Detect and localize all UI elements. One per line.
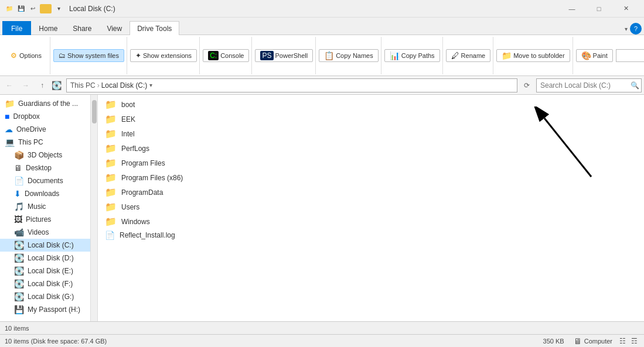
search-box[interactable]: 🔍 bbox=[536, 78, 642, 92]
address-box[interactable]: This PC › Local Disk (C:) ▾ bbox=[66, 78, 517, 92]
sidebar-item-localF[interactable]: 💽 Local Disk (F:) bbox=[0, 277, 90, 290]
folder-icon-intel: 📁 bbox=[105, 128, 117, 139]
file-name: boot bbox=[121, 101, 135, 109]
title-bar-icons: 📁 💾 ↩ ▾ bbox=[5, 4, 63, 13]
folder-icon-eek: 📁 bbox=[105, 114, 117, 125]
refresh-button[interactable]: ⟳ bbox=[520, 78, 534, 92]
content-area: 📁 Guardians of the ... ■ Dropbox ☁ OneDr… bbox=[0, 95, 644, 321]
ribbon-tabs: File Home Share View Drive Tools ▾ ? bbox=[0, 18, 644, 35]
file-item-intel[interactable]: 📁 Intel bbox=[98, 126, 644, 141]
show-extensions-button[interactable]: ✦ Show extensions bbox=[130, 49, 197, 62]
tab-view[interactable]: View bbox=[99, 21, 130, 35]
sidebar-scrollbar[interactable] bbox=[91, 95, 98, 321]
sidebar-item-passport[interactable]: 💾 My Passport (H:) bbox=[0, 303, 90, 316]
folder-icon-perflogs: 📁 bbox=[105, 143, 117, 154]
sidebar-item-3dobjects[interactable]: 📦 3D Objects bbox=[0, 149, 90, 162]
status-item-count: 10 items bbox=[5, 325, 29, 332]
sidebar-item-label: 3D Objects bbox=[28, 151, 62, 159]
status-size: 350 KB bbox=[543, 338, 564, 345]
folder-icon-programdata: 📁 bbox=[105, 187, 117, 198]
sidebar-item-thispc[interactable]: 💻 This PC bbox=[0, 136, 90, 149]
thispc-icon: 💻 bbox=[5, 138, 15, 147]
rename-button[interactable]: 🖊 Rename bbox=[446, 49, 491, 62]
sidebar-item-pictures[interactable]: 🖼 Pictures bbox=[0, 213, 90, 226]
show-system-files-button[interactable]: 🗂 Show system files bbox=[53, 49, 124, 62]
file-item-perflogs[interactable]: 📁 PerfLogs bbox=[98, 141, 644, 156]
dropbox-icon: ■ bbox=[5, 112, 9, 121]
window-title: Local Disk (C:) bbox=[69, 5, 115, 13]
file-item-windows[interactable]: 📁 Windows bbox=[98, 214, 644, 229]
onedrive-icon: ☁ bbox=[5, 125, 13, 134]
file-icon-reflectlog: 📄 bbox=[105, 231, 115, 240]
sidebar-item-localD[interactable]: 💽 Local Disk (D:) bbox=[0, 252, 90, 264]
file-name: Users bbox=[121, 203, 139, 211]
file-item-programfiles[interactable]: 📁 Program Files bbox=[98, 156, 644, 170]
stex-options-button[interactable]: ⚙ Options bbox=[7, 49, 45, 62]
search-icon: 🔍 bbox=[631, 81, 639, 90]
maximize-button[interactable]: □ bbox=[585, 0, 612, 18]
sidebar-item-downloads[interactable]: ⬇ Downloads bbox=[0, 187, 90, 200]
file-name: Intel bbox=[121, 130, 135, 138]
save-icon[interactable]: 💾 bbox=[16, 4, 26, 13]
localE-icon: 💽 bbox=[14, 266, 24, 276]
sidebar-item-guardians[interactable]: 📁 Guardians of the ... bbox=[0, 97, 90, 110]
localC-icon: 💽 bbox=[14, 241, 24, 250]
sidebar-item-label: Downloads bbox=[25, 190, 59, 198]
powershell-button[interactable]: PS PowerShell bbox=[255, 49, 313, 62]
folder-icon-programfilesx86: 📁 bbox=[105, 172, 117, 183]
forward-button[interactable]: → bbox=[19, 78, 33, 92]
videos-icon: 📹 bbox=[14, 228, 24, 237]
file-item-programdata[interactable]: 📁 ProgramData bbox=[98, 185, 644, 200]
sidebar-item-videos[interactable]: 📹 Videos bbox=[0, 226, 90, 239]
copy-names-button[interactable]: 📋 Copy Names bbox=[319, 49, 379, 62]
sidebar-item-dropbox[interactable]: ■ Dropbox bbox=[0, 110, 90, 123]
ribbon-collapse[interactable]: ▾ bbox=[625, 26, 628, 32]
tab-manage[interactable]: Drive Tools bbox=[130, 21, 179, 35]
3dobjects-icon: 📦 bbox=[14, 150, 24, 160]
dropdown-icon[interactable]: ▾ bbox=[54, 4, 63, 13]
app-icon: 📁 bbox=[5, 4, 14, 13]
status-bar: 10 items (Disk free space: 67.4 GB) 350 … bbox=[0, 334, 644, 347]
status-disk-info: 10 items (Disk free space: 67.4 GB) bbox=[5, 338, 107, 345]
file-list: 📁 boot 📁 EEK 📁 Intel 📁 PerfLogs 📁 Progra… bbox=[98, 95, 644, 321]
sidebar-item-localG[interactable]: 💽 Local Disk (G:) bbox=[0, 290, 90, 303]
sidebar-item-label: Videos bbox=[28, 228, 49, 236]
details-view-button[interactable]: ☷ bbox=[617, 336, 628, 346]
search-input[interactable] bbox=[540, 81, 628, 90]
minimize-button[interactable]: — bbox=[558, 0, 585, 18]
file-item-users[interactable]: 📁 Users bbox=[98, 200, 644, 214]
ribbon-search-input[interactable] bbox=[616, 49, 644, 62]
tab-file[interactable]: File bbox=[2, 21, 31, 35]
file-name: EEK bbox=[121, 115, 135, 123]
file-item-programfilesx86[interactable]: 📁 Program Files (x86) bbox=[98, 170, 644, 185]
sidebar-item-music[interactable]: 🎵 Music bbox=[0, 200, 90, 213]
sidebar-item-documents[interactable]: 📄 Documents bbox=[0, 174, 90, 187]
address-dropdown-icon[interactable]: ▾ bbox=[149, 82, 152, 88]
sidebar-item-label: Pictures bbox=[26, 215, 51, 224]
sidebar-item-onedrive[interactable]: ☁ OneDrive bbox=[0, 123, 90, 136]
help-button[interactable]: ? bbox=[630, 23, 642, 35]
back-button[interactable]: ← bbox=[2, 78, 16, 92]
tab-share[interactable]: Share bbox=[65, 21, 99, 35]
breadcrumb-thispc[interactable]: This PC bbox=[70, 81, 96, 90]
file-item-reflectlog[interactable]: 📄 Reflect_Install.log bbox=[98, 229, 644, 242]
file-item-eek[interactable]: 📁 EEK bbox=[98, 112, 644, 126]
paint-button[interactable]: 🎨 Paint bbox=[576, 49, 613, 62]
tab-home[interactable]: Home bbox=[31, 21, 65, 35]
folder-icon bbox=[40, 4, 52, 13]
close-button[interactable]: ✕ bbox=[612, 0, 639, 18]
copy-paths-button[interactable]: 📊 Copy Paths bbox=[384, 49, 440, 62]
sidebar-item-desktop[interactable]: 🖥 Desktop bbox=[0, 162, 90, 174]
breadcrumb-current[interactable]: Local Disk (C:) bbox=[101, 81, 148, 90]
sidebar-item-label: Local Disk (D:) bbox=[28, 254, 74, 262]
console-button[interactable]: C: Console bbox=[203, 49, 249, 62]
sidebar-item-localE[interactable]: 💽 Local Disk (E:) bbox=[0, 264, 90, 277]
up-button[interactable]: ↑ bbox=[35, 78, 49, 92]
file-item-boot[interactable]: 📁 boot bbox=[98, 97, 644, 112]
move-to-subfolder-button[interactable]: 📁 Move to subfolder bbox=[496, 49, 570, 62]
tiles-view-button[interactable]: ☶ bbox=[629, 336, 639, 346]
view-controls: ☷ ☶ bbox=[617, 336, 639, 346]
folder-icon-boot: 📁 bbox=[105, 99, 117, 110]
undo-icon[interactable]: ↩ bbox=[28, 4, 38, 13]
sidebar-item-localC[interactable]: 💽 Local Disk (C:) bbox=[0, 239, 90, 252]
